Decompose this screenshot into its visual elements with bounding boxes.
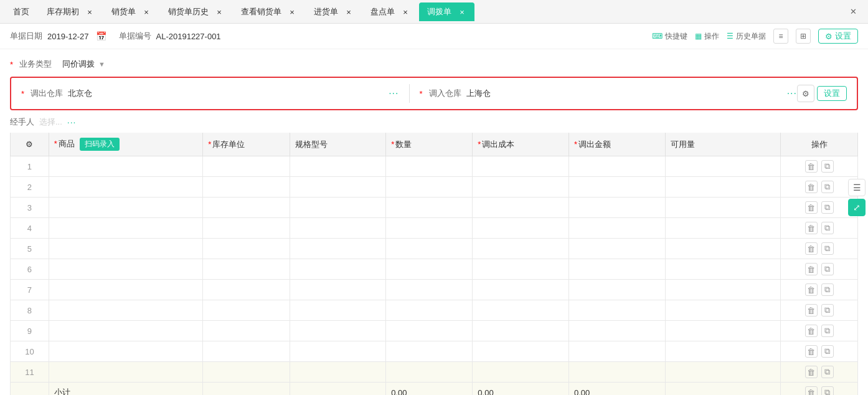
tab-transfer-close[interactable]: × bbox=[458, 7, 466, 16]
cell-qty-6[interactable] bbox=[386, 259, 473, 280]
cell-cost-4[interactable] bbox=[473, 218, 569, 239]
history-button[interactable]: ☰ 历史单据 bbox=[727, 31, 766, 42]
delete-icon-11[interactable]: 🗑 bbox=[805, 366, 818, 378]
cell-qty-1[interactable] bbox=[386, 156, 473, 177]
settings-button[interactable]: ⚙ 设置 bbox=[818, 29, 858, 44]
warehouse-settings-btn[interactable]: ⚙ bbox=[797, 85, 814, 102]
cell-amount-8[interactable] bbox=[569, 300, 666, 321]
tab-sales-order[interactable]: 销货单 × bbox=[103, 2, 159, 21]
th-gear[interactable]: ⚙ bbox=[11, 133, 49, 156]
cell-amount-9[interactable] bbox=[569, 321, 666, 341]
delete-icon-2[interactable]: 🗑 bbox=[805, 181, 818, 193]
copy-icon-4[interactable]: ⧉ bbox=[821, 222, 834, 234]
delete-icon-7[interactable]: 🗑 bbox=[805, 283, 818, 296]
cell-amount-5[interactable] bbox=[569, 239, 666, 259]
cell-product-11[interactable] bbox=[49, 362, 202, 383]
side-list-btn[interactable]: ☰ bbox=[848, 179, 866, 196]
tab-sales-order-close[interactable]: × bbox=[142, 7, 151, 16]
tab-stocktake-close[interactable]: × bbox=[401, 7, 410, 16]
copy-icon-2[interactable]: ⧉ bbox=[821, 181, 834, 193]
delete-icon-10[interactable]: 🗑 bbox=[805, 345, 818, 358]
shortcut-button[interactable]: ⌨ 快捷键 bbox=[652, 31, 687, 42]
cell-cost-5[interactable] bbox=[473, 239, 569, 259]
cell-qty-5[interactable] bbox=[386, 239, 473, 259]
subtotal-copy-icon[interactable]: ⧉ bbox=[821, 386, 834, 395]
cell-amount-2[interactable] bbox=[569, 177, 666, 198]
cell-qty-2[interactable] bbox=[386, 177, 473, 198]
cell-cost-3[interactable] bbox=[473, 198, 569, 218]
cell-amount-7[interactable] bbox=[569, 280, 666, 300]
cell-cost-7[interactable] bbox=[473, 280, 569, 300]
handler-select[interactable]: 选择... bbox=[39, 117, 62, 128]
side-expand-btn[interactable]: ⤢ bbox=[848, 199, 866, 216]
warehouse-in-more[interactable]: ··· bbox=[787, 88, 797, 99]
tab-inventory-init-close[interactable]: × bbox=[85, 7, 94, 16]
window-close-button[interactable]: ✕ bbox=[843, 2, 863, 22]
cell-product-3[interactable] bbox=[49, 198, 202, 218]
delete-icon-6[interactable]: 🗑 bbox=[805, 263, 818, 275]
cell-cost-11[interactable] bbox=[473, 362, 569, 383]
tab-transfer[interactable]: 调拨单 × bbox=[419, 2, 474, 21]
cell-amount-10[interactable] bbox=[569, 341, 666, 362]
business-type-select[interactable]: 同价调拨 ▼ bbox=[57, 55, 156, 73]
date-value[interactable]: 2019-12-27 bbox=[47, 32, 89, 41]
cell-amount-11[interactable] bbox=[569, 362, 666, 383]
cell-qty-4[interactable] bbox=[386, 218, 473, 239]
cell-qty-10[interactable] bbox=[386, 341, 473, 362]
cell-qty-11[interactable] bbox=[386, 362, 473, 383]
operation-button[interactable]: ▦ 操作 bbox=[695, 31, 719, 42]
cell-cost-2[interactable] bbox=[473, 177, 569, 198]
warehouse-in-value[interactable]: 上海仓 bbox=[466, 88, 782, 99]
delete-icon-1[interactable]: 🗑 bbox=[805, 160, 818, 173]
cell-qty-8[interactable] bbox=[386, 300, 473, 321]
cell-qty-3[interactable] bbox=[386, 198, 473, 218]
delete-icon-4[interactable]: 🗑 bbox=[805, 222, 818, 234]
grid-icon-btn[interactable]: ⊞ bbox=[796, 29, 811, 44]
cell-product-1[interactable] bbox=[49, 156, 202, 177]
cell-amount-6[interactable] bbox=[569, 259, 666, 280]
delete-icon-8[interactable]: 🗑 bbox=[805, 304, 818, 316]
copy-icon-6[interactable]: ⧉ bbox=[821, 263, 834, 275]
warehouse-set-btn[interactable]: 设置 bbox=[817, 86, 847, 101]
warehouse-out-value[interactable]: 北京仓 bbox=[68, 88, 384, 99]
tab-sales-history[interactable]: 销货单历史 × bbox=[160, 2, 232, 21]
cell-product-9[interactable] bbox=[49, 321, 202, 341]
copy-icon-3[interactable]: ⧉ bbox=[821, 201, 834, 214]
copy-icon-11[interactable]: ⧉ bbox=[821, 366, 834, 378]
calendar-icon[interactable]: 📅 bbox=[94, 29, 109, 44]
tab-home[interactable]: 首页 bbox=[5, 2, 37, 21]
cell-product-7[interactable] bbox=[49, 280, 202, 300]
cell-cost-8[interactable] bbox=[473, 300, 569, 321]
cell-cost-6[interactable] bbox=[473, 259, 569, 280]
cell-amount-3[interactable] bbox=[569, 198, 666, 218]
cell-product-8[interactable] bbox=[49, 300, 202, 321]
delete-icon-9[interactable]: 🗑 bbox=[805, 325, 818, 337]
scan-btn[interactable]: 扫码录入 bbox=[80, 138, 120, 151]
tab-stocktake[interactable]: 盘点单 × bbox=[362, 2, 418, 21]
cell-product-6[interactable] bbox=[49, 259, 202, 280]
cell-amount-4[interactable] bbox=[569, 218, 666, 239]
cell-amount-1[interactable] bbox=[569, 156, 666, 177]
copy-icon-5[interactable]: ⧉ bbox=[821, 242, 834, 255]
cell-qty-7[interactable] bbox=[386, 280, 473, 300]
subtotal-delete-icon[interactable]: 🗑 bbox=[805, 386, 818, 395]
copy-icon-10[interactable]: ⧉ bbox=[821, 345, 834, 358]
tab-inventory-init[interactable]: 库存期初 × bbox=[39, 2, 102, 21]
cell-cost-1[interactable] bbox=[473, 156, 569, 177]
copy-icon-9[interactable]: ⧉ bbox=[821, 325, 834, 337]
cell-cost-9[interactable] bbox=[473, 321, 569, 341]
tab-purchase-order[interactable]: 进货单 × bbox=[306, 2, 361, 21]
copy-icon-1[interactable]: ⧉ bbox=[821, 160, 834, 173]
tab-purchase-order-close[interactable]: × bbox=[344, 7, 353, 16]
cell-product-10[interactable] bbox=[49, 341, 202, 362]
cell-cost-10[interactable] bbox=[473, 341, 569, 362]
delete-icon-5[interactable]: 🗑 bbox=[805, 242, 818, 255]
handler-more[interactable]: ··· bbox=[67, 117, 77, 127]
cell-product-4[interactable] bbox=[49, 218, 202, 239]
tab-view-sales-close[interactable]: × bbox=[288, 7, 296, 16]
copy-icon-8[interactable]: ⧉ bbox=[821, 304, 834, 316]
warehouse-out-more[interactable]: ··· bbox=[389, 88, 399, 99]
delete-icon-3[interactable]: 🗑 bbox=[805, 201, 818, 214]
tab-view-sales[interactable]: 查看销货单 × bbox=[233, 2, 304, 21]
cell-qty-9[interactable] bbox=[386, 321, 473, 341]
